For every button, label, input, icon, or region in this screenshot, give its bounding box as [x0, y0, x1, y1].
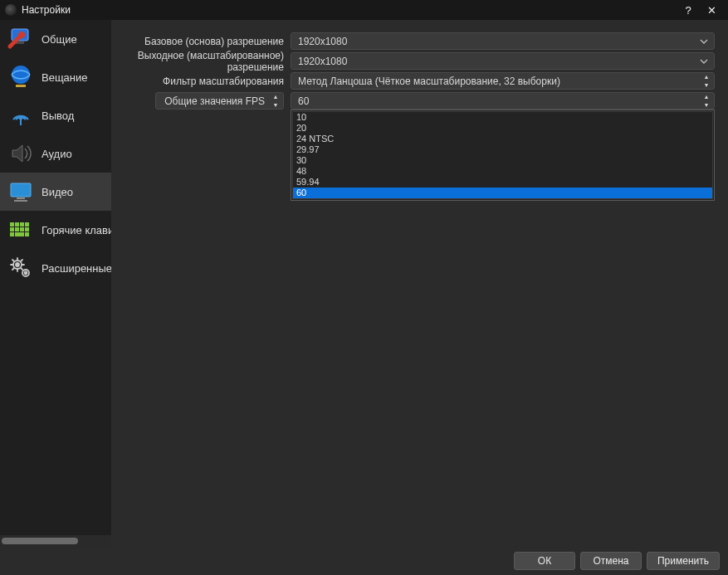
fps-option[interactable]: 29.97	[293, 144, 712, 155]
sidebar-item-general[interactable]: Общие	[0, 20, 111, 58]
antenna-icon	[7, 101, 35, 129]
base-resolution-label: Базовое (основа) разрешение	[120, 36, 291, 47]
svg-rect-13	[20, 222, 24, 227]
sidebar-item-label: Видео	[42, 186, 73, 198]
fps-dropdown-list: 102024 NTSC29.97304859.9460	[291, 110, 715, 201]
spinner-icon: ▲▼	[701, 73, 712, 89]
sidebar-item-hotkeys[interactable]: Горячие клавиши	[0, 211, 111, 249]
svg-rect-8	[11, 183, 31, 197]
fps-option[interactable]: 48	[293, 166, 712, 177]
apply-button[interactable]: Применить	[647, 552, 720, 570]
help-button[interactable]: ?	[677, 0, 700, 20]
fps-option[interactable]: 59.94	[293, 177, 712, 188]
sidebar-item-label: Вывод	[42, 110, 74, 122]
fps-option[interactable]: 20	[293, 123, 712, 134]
ok-button[interactable]: ОК	[514, 552, 575, 570]
sidebar-item-output[interactable]: Вывод	[0, 96, 111, 134]
svg-rect-9	[17, 197, 25, 199]
fps-option[interactable]: 10	[293, 112, 712, 123]
speaker-icon	[7, 139, 35, 168]
chevron-down-icon	[697, 55, 711, 68]
titlebar: Настройки ? ✕	[0, 0, 728, 20]
fps-value-combo[interactable]: 60 ▲▼	[291, 92, 715, 110]
svg-rect-21	[25, 232, 29, 236]
sidebar-item-audio[interactable]: Аудио	[0, 134, 111, 173]
chevron-down-icon	[697, 35, 711, 48]
main-area: Общие Вещание	[0, 20, 728, 547]
svg-rect-12	[15, 222, 19, 227]
sidebar-item-label: Вещание	[42, 71, 88, 84]
row-fps: Общие значения FPS ▲▼ 60 ▲▼	[120, 91, 715, 110]
svg-rect-10	[14, 200, 27, 202]
fps-option[interactable]: 60	[293, 188, 712, 198]
spinner-icon: ▲▼	[270, 93, 281, 109]
svg-point-23	[16, 263, 19, 266]
svg-point-33	[25, 272, 27, 275]
sidebar: Общие Вещание	[0, 20, 111, 547]
downscale-filter-label: Фильтр масштабирования	[120, 76, 291, 87]
sidebar-items: Общие Вещание	[0, 20, 111, 535]
svg-rect-5	[16, 85, 26, 87]
close-button[interactable]: ✕	[700, 0, 723, 20]
sidebar-item-label: Горячие клавиши	[42, 224, 111, 236]
fps-type-label: Общие значения FPS	[164, 95, 265, 107]
downscale-filter-value: Метод Ланцоша (Чёткое масштабирование, 3…	[298, 76, 560, 87]
fps-type-combo[interactable]: Общие значения FPS ▲▼	[155, 92, 284, 110]
svg-rect-19	[10, 232, 14, 236]
svg-point-3	[12, 66, 30, 84]
sidebar-item-video[interactable]: Видео	[0, 173, 111, 211]
sidebar-item-stream[interactable]: Вещание	[0, 58, 111, 96]
svg-line-29	[21, 268, 22, 270]
keyboard-icon	[7, 216, 35, 244]
svg-rect-7	[20, 118, 22, 125]
fps-option[interactable]: 30	[293, 155, 712, 166]
svg-rect-20	[15, 232, 24, 236]
svg-line-30	[12, 268, 14, 270]
window-title: Настройки	[22, 4, 677, 16]
sidebar-item-label: Расширенные	[42, 262, 111, 275]
svg-rect-17	[20, 227, 24, 231]
wrench-icon	[7, 25, 35, 53]
row-downscale-filter: Фильтр масштабирования Метод Ланцоша (Чё…	[120, 71, 715, 90]
downscale-filter-combo[interactable]: Метод Ланцоша (Чёткое масштабирование, 3…	[291, 72, 715, 90]
scrollbar-thumb[interactable]	[2, 538, 78, 544]
fps-option[interactable]: 24 NTSC	[293, 134, 712, 144]
svg-rect-18	[25, 227, 29, 231]
base-resolution-combo[interactable]: 1920x1080	[291, 32, 715, 50]
svg-line-28	[12, 260, 14, 261]
monitor-icon	[7, 178, 35, 206]
spinner-icon: ▲▼	[701, 93, 712, 109]
output-resolution-combo[interactable]: 1920x1080	[291, 52, 715, 70]
sidebar-item-advanced[interactable]: Расширенные	[0, 249, 111, 287]
sidebar-item-label: Общие	[42, 33, 77, 46]
svg-line-31	[21, 260, 22, 261]
row-base-resolution: Базовое (основа) разрешение 1920x1080	[120, 32, 715, 51]
output-resolution-value: 1920x1080	[298, 56, 347, 67]
dialog-footer: ОК Отмена Применить	[0, 547, 728, 575]
base-resolution-value: 1920x1080	[298, 36, 347, 47]
sidebar-horizontal-scrollbar[interactable]	[0, 535, 111, 547]
row-output-resolution: Выходное (масштабированное) разрешение 1…	[120, 51, 715, 71]
fps-value: 60	[298, 95, 309, 107]
app-icon	[5, 4, 17, 16]
cancel-button[interactable]: Отмена	[580, 552, 642, 570]
sidebar-item-label: Аудио	[42, 148, 72, 160]
svg-rect-15	[10, 227, 14, 231]
globe-icon	[7, 63, 35, 91]
output-resolution-label: Выходное (масштабированное) разрешение	[120, 50, 291, 73]
svg-rect-16	[15, 227, 19, 231]
svg-rect-14	[25, 222, 29, 227]
svg-rect-11	[10, 222, 14, 227]
video-settings-panel: Базовое (основа) разрешение 1920x1080 Вы…	[111, 20, 728, 547]
svg-point-2	[18, 32, 25, 38]
gears-icon	[7, 254, 35, 282]
